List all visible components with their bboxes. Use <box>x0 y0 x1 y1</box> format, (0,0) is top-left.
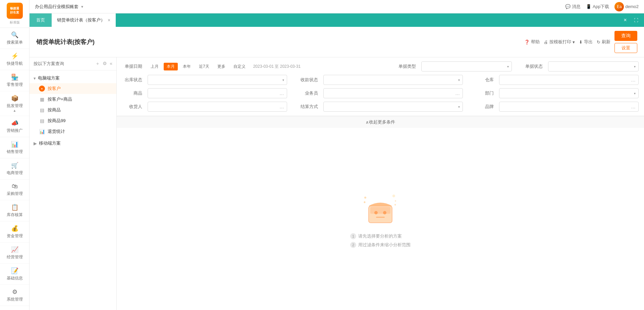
avatar: Ea <box>614 2 624 11</box>
action-buttons: 查询 设置 <box>614 31 637 53</box>
industry-dropdown[interactable]: ▾ <box>81 4 83 9</box>
scheme-item-by-product99[interactable]: ▤ 按商品99 <box>30 115 116 126</box>
payment-status-select[interactable]: ▾ <box>323 75 463 85</box>
tabbar: 首页 销货单统计表（按客户） × × ⛶ <box>30 13 644 27</box>
logo-area: 畅捷通 好生意 标准版 <box>0 0 29 28</box>
sidebar-item-operation[interactable]: 📈 经营管理 <box>0 243 29 264</box>
date-more[interactable]: 更多 <box>214 63 228 70</box>
tab-active[interactable]: 销货单统计表（按客户） × <box>52 13 116 27</box>
mobile-group-arrow: ▶ <box>34 141 37 146</box>
warehouse-dots[interactable]: … <box>631 77 636 83</box>
operation-icon: 📈 <box>11 246 18 253</box>
date-custom[interactable]: 自定义 <box>230 63 249 70</box>
basic-info-icon: 📝 <box>11 267 18 274</box>
panel-collapse-btn[interactable]: « <box>110 61 112 67</box>
date-last-7days[interactable]: 近7天 <box>196 63 212 70</box>
doc-type-select[interactable]: ▾ <box>421 61 512 71</box>
ecommerce-icon: 🛒 <box>11 162 18 169</box>
sidebar-item-marketing[interactable]: 📣 营销推广 <box>0 116 29 137</box>
sidebar-item-retail[interactable]: 🏪 零售管理 <box>0 70 29 91</box>
message-btn[interactable]: 💬 消息 <box>565 4 581 10</box>
hint-num-2: 2 <box>350 242 356 248</box>
salesperson-dots[interactable]: … <box>455 91 460 96</box>
tab-close-icon[interactable]: × <box>108 17 110 23</box>
salesperson-select[interactable]: … <box>323 88 463 98</box>
brand-select[interactable]: … <box>499 102 639 112</box>
scheme-item-by-product[interactable]: ▤ 按商品 <box>30 105 116 115</box>
settlement-label: 结算方式 <box>298 104 318 110</box>
export-btn[interactable]: ⬇ 导出 <box>579 39 593 45</box>
query-button[interactable]: 查询 <box>614 31 637 41</box>
topbar-right: 💬 消息 📱 App下载 Ea demo2 <box>565 2 639 11</box>
date-range-display: 2023-03-01 至 2023-03-31 <box>253 64 301 69</box>
page-title: 销货单统计表(按客户) <box>36 38 95 50</box>
scheme-item-by-customer[interactable]: ● 按客户 <box>30 83 116 94</box>
scheme-section: ▾ 电脑端方案 ● 按客户 ▦ 按客户+商品 ▤ 按商品 ▤ 按商品 <box>30 70 116 151</box>
collapse-arrow: ∧ <box>366 120 369 125</box>
by-product-icon: ▤ <box>39 107 45 113</box>
date-last-month[interactable]: 上月 <box>148 63 162 70</box>
date-control: 上月 本月 本年 近7天 更多 自定义 2023-03-01 至 2023-03… <box>148 63 301 70</box>
product-select[interactable]: … <box>148 88 287 98</box>
filter-row-1: 单据日期 上月 本月 本年 近7天 更多 自定义 2023-03-01 至 20… <box>122 61 639 71</box>
sidebar: 畅捷通 好生意 标准版 🔍 搜索菜单 ⚡ 快捷导航 🏪 零售管理 📦 批发管理 … <box>0 0 30 310</box>
maximize-btn[interactable]: ⛶ <box>632 16 640 24</box>
receiver-select[interactable]: … <box>148 102 287 112</box>
date-label: 单据日期 <box>122 63 142 69</box>
product-dots[interactable]: … <box>279 91 284 96</box>
scheme-item-returns-stats[interactable]: 📊 退货统计 <box>30 126 116 137</box>
add-scheme-btn[interactable]: ＋ <box>95 61 100 67</box>
sidebar-item-ecommerce[interactable]: 🛒 电商管理 <box>0 158 29 179</box>
brand-dots[interactable]: … <box>631 104 636 109</box>
doc-status-select[interactable]: ▾ <box>548 61 639 71</box>
empty-hint-1: 1 请先选择要分析的方案 <box>350 233 411 239</box>
help-btn[interactable]: ❓ 帮助 <box>524 39 540 45</box>
ship-status-select[interactable]: ▾ <box>148 75 287 85</box>
inventory-icon: 📋 <box>11 204 18 211</box>
collapse-row[interactable]: ∧ 收起更多条件 <box>117 116 644 128</box>
template-dropdown-arrow: ▾ <box>573 40 575 45</box>
topbar-left: 办公用品行业模拟账套 ▾ <box>35 4 83 10</box>
receiver-label: 收货人 <box>122 104 142 110</box>
date-this-year[interactable]: 本年 <box>180 63 194 70</box>
desktop-scheme-group[interactable]: ▾ 电脑端方案 <box>30 73 116 83</box>
svg-point-6 <box>364 197 366 199</box>
sidebar-item-system[interactable]: ⚙ 系统管理 <box>0 285 29 306</box>
refresh-icon: ↻ <box>597 40 600 45</box>
by-customer-icon: ● <box>39 86 45 92</box>
sales-icon: 📊 <box>11 141 18 148</box>
app-download-btn[interactable]: 📱 App下载 <box>586 4 609 10</box>
date-this-month[interactable]: 本月 <box>164 63 178 70</box>
tab-home[interactable]: 首页 <box>30 13 52 27</box>
sidebar-item-basic-info[interactable]: 📝 基础信息 <box>0 264 29 285</box>
ship-dropdown-arrow: ▾ <box>282 78 284 82</box>
hint-num-1: 1 <box>350 233 356 239</box>
refresh-btn[interactable]: ↻ 刷新 <box>597 39 610 45</box>
user-menu[interactable]: Ea demo2 <box>614 2 639 11</box>
warehouse-select[interactable]: … <box>499 75 639 85</box>
sidebar-item-wholesale[interactable]: 📦 批发管理 ▲ <box>0 91 29 116</box>
sidebar-item-inventory[interactable]: 📋 库存核算 <box>0 200 29 221</box>
settlement-select[interactable]: ▾ <box>323 102 463 112</box>
doc-type-label: 单据类型 <box>396 63 416 69</box>
sidebar-item-quick-nav[interactable]: ⚡ 快捷导航 <box>0 49 29 70</box>
sidebar-item-enterprise[interactable]: 🤝 企业协同 <box>0 306 29 310</box>
left-panel-icons: ＋ ⚙ « <box>95 61 112 67</box>
sidebar-item-purchase[interactable]: 🛍 采购管理 <box>0 179 29 200</box>
page-header: 销货单统计表(按客户) ❓ 帮助 🖨 按模板打印 ▾ ⬇ 导出 ↻ 刷新 查询 … <box>30 27 644 57</box>
minimize-btn[interactable]: × <box>621 16 629 24</box>
mobile-scheme-group[interactable]: ▶ 移动端方案 <box>30 138 116 148</box>
department-select[interactable]: ▾ <box>499 88 639 98</box>
content-layout: 按以下方案查询 ＋ ⚙ « ▾ 电脑端方案 ● 按客户 ▦ <box>30 57 644 310</box>
receiver-dots[interactable]: … <box>279 104 284 109</box>
settings-button[interactable]: 设置 <box>614 43 637 53</box>
filter-area: 单据日期 上月 本月 本年 近7天 更多 自定义 2023-03-01 至 20… <box>117 57 644 116</box>
sidebar-item-sales[interactable]: 📊 销售管理 <box>0 137 29 158</box>
sidebar-item-search[interactable]: 🔍 搜索菜单 <box>0 28 29 49</box>
scheme-item-by-customer-product[interactable]: ▦ 按客户+商品 <box>30 94 116 105</box>
template-print-btn[interactable]: 🖨 按模板打印 ▾ <box>544 39 575 45</box>
empty-hint-2: 2 用过滤条件来缩小分析范围 <box>350 242 411 248</box>
scheme-settings-btn[interactable]: ⚙ <box>103 61 107 67</box>
left-panel-header: 按以下方案查询 ＋ ⚙ « <box>30 57 116 70</box>
sidebar-item-finance[interactable]: 💰 资金管理 <box>0 221 29 243</box>
